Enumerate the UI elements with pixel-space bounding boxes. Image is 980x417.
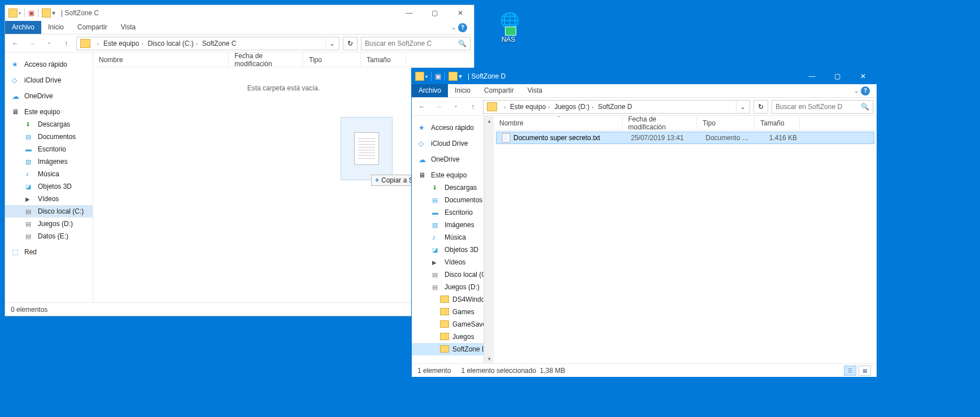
up-button[interactable]: ↑ [59, 37, 73, 50]
scroll-down-icon[interactable]: ▾ [485, 354, 494, 363]
sidebar-onedrive[interactable]: OneDrive [5, 90, 93, 102]
tab-share[interactable]: Compartir [71, 21, 114, 34]
refresh-button[interactable]: ↻ [343, 37, 358, 50]
sidebar-disk-c[interactable]: Disco local (C:) [412, 268, 484, 281]
search-box[interactable]: 🔍 [361, 37, 471, 50]
sidebar-videos[interactable]: Vídeos [412, 256, 484, 268]
address-history-icon[interactable]: ⌄ [736, 101, 748, 113]
open-folder-icon[interactable] [448, 72, 458, 81]
ribbon-expand-icon[interactable]: ⌄ [854, 88, 859, 94]
forward-button[interactable]: → [432, 100, 446, 114]
breadcrumb[interactable]: SoftZone D [595, 103, 634, 111]
sidebar-quick-access[interactable]: Acceso rápido [5, 58, 93, 71]
sidebar-documents[interactable]: Documentos [5, 131, 93, 143]
sidebar-pictures[interactable]: Imágenes [5, 155, 93, 168]
sidebar-network[interactable]: Red [5, 246, 93, 258]
sidebar-disk-c[interactable]: Disco local (C:) [5, 205, 93, 218]
column-size[interactable]: Tamaño [755, 116, 800, 130]
address-bar[interactable]: › Este equipo› Disco local (C:)› SoftZon… [76, 37, 339, 50]
pin-icon[interactable]: ▾ [52, 9, 55, 17]
column-size[interactable]: Tamaño [361, 53, 406, 67]
view-thumbnails-button[interactable]: ▦ [859, 366, 871, 376]
sidebar-disk-e[interactable]: Datos (E:) [5, 230, 93, 242]
sidebar-videos[interactable]: Vídeos [5, 193, 93, 205]
file-row[interactable]: Documento super secreto.txt 25/07/2019 1… [496, 132, 874, 144]
refresh-button[interactable]: ↻ [753, 100, 768, 114]
address-bar[interactable]: › Este equipo› Juegos (D:)› SoftZone D ⌄ [483, 100, 750, 114]
breadcrumb[interactable]: Juegos (D:)› [552, 103, 595, 111]
ribbon-expand-icon[interactable]: ⌄ [451, 24, 456, 31]
close-button[interactable]: ✕ [850, 68, 876, 84]
history-dropdown[interactable]: ▾ [449, 100, 463, 114]
sidebar-desktop[interactable]: Escritorio [412, 206, 484, 219]
sidebar-icloud[interactable]: iCloud Drive [5, 74, 93, 86]
back-button[interactable]: ← [415, 100, 429, 114]
sidebar-scrollbar[interactable]: ▴ ▾ [484, 116, 494, 363]
history-dropdown[interactable]: ▾ [42, 37, 56, 50]
up-button[interactable]: ↑ [466, 100, 480, 114]
breadcrumb[interactable]: Disco local (C:)› [145, 40, 199, 47]
sidebar-music[interactable]: Música [412, 231, 484, 244]
sidebar-icloud[interactable]: iCloud Drive [412, 137, 484, 150]
maximize-button[interactable]: ▢ [422, 5, 447, 21]
sidebar-disk-d[interactable]: Juegos (D:) [412, 281, 484, 293]
help-icon[interactable]: ? [861, 86, 870, 95]
desktop-icon-nas[interactable]: NAS [489, 11, 528, 44]
back-button[interactable]: ← [8, 37, 22, 50]
sidebar-downloads[interactable]: Descargas [5, 118, 93, 131]
sidebar-folder-gsm[interactable]: GameSave Man [412, 318, 484, 331]
forward-button[interactable]: → [25, 37, 39, 50]
qat-dropdown-icon[interactable]: ▾ [425, 74, 428, 79]
sidebar-folder-softzone-d[interactable]: SoftZone D [412, 343, 484, 355]
tab-file[interactable]: Archivo [5, 21, 41, 34]
column-name[interactable]: Nombre [93, 53, 229, 67]
breadcrumb[interactable]: SoftZone C [200, 40, 239, 47]
tab-file[interactable]: Archivo [412, 84, 448, 97]
sidebar-this-pc[interactable]: Este equipo [412, 169, 484, 181]
qat-dropdown-icon[interactable]: ▾ [19, 11, 21, 16]
column-date[interactable]: Fecha de modificación [229, 53, 303, 67]
sidebar-objects3d[interactable]: Objetos 3D [412, 244, 484, 256]
tab-view[interactable]: Vista [521, 84, 549, 97]
titlebar[interactable]: ▾ ▣ ▾ | SoftZone C — ▢ ✕ [5, 5, 474, 21]
scroll-up-icon[interactable]: ▴ [485, 116, 494, 125]
column-type[interactable]: Tipo [697, 116, 755, 130]
breadcrumb-root[interactable]: › [499, 103, 508, 111]
sidebar-folder-ds4[interactable]: DS4Windows [412, 293, 484, 306]
breadcrumb[interactable]: Este equipo› [508, 103, 552, 111]
address-history-icon[interactable]: ⌄ [325, 37, 338, 50]
properties-icon[interactable]: ▣ [435, 72, 441, 80]
properties-icon[interactable]: ▣ [28, 9, 34, 17]
pin-icon[interactable]: ▾ [459, 72, 462, 80]
tab-view[interactable]: Vista [114, 21, 142, 34]
files-area[interactable]: Documento super secreto.txt 25/07/2019 1… [494, 131, 877, 363]
column-date[interactable]: Fecha de modificación [622, 116, 697, 130]
minimize-button[interactable]: — [397, 5, 422, 21]
sidebar-disk-d[interactable]: Juegos (D:) [5, 218, 93, 230]
sidebar-quick-access[interactable]: Acceso rápido [412, 121, 484, 134]
view-details-button[interactable]: ☰ [844, 366, 856, 376]
sidebar-this-pc[interactable]: Este equipo [5, 106, 93, 118]
help-icon[interactable]: ? [458, 23, 467, 32]
sidebar-pictures[interactable]: Imágenes [412, 219, 484, 231]
breadcrumb-root[interactable]: › [93, 40, 101, 47]
tab-home[interactable]: Inicio [41, 21, 71, 34]
search-input[interactable] [365, 40, 458, 47]
titlebar[interactable]: ▾ ▣ ▾ | SoftZone D — ▢ ✕ [412, 68, 877, 84]
tab-share[interactable]: Compartir [477, 84, 521, 97]
sidebar-music[interactable]: Música [5, 168, 93, 180]
breadcrumb[interactable]: Este equipo› [101, 40, 145, 47]
sidebar-folder-games[interactable]: Games [412, 306, 484, 318]
minimize-button[interactable]: — [799, 68, 825, 84]
open-folder-icon[interactable] [42, 8, 51, 18]
search-input[interactable] [776, 103, 861, 111]
sidebar-documents[interactable]: Documentos [412, 194, 484, 206]
sidebar-onedrive[interactable]: OneDrive [412, 153, 484, 166]
sidebar-objects3d[interactable]: Objetos 3D [5, 180, 93, 193]
maximize-button[interactable]: ▢ [825, 68, 850, 84]
sidebar-folder-juegos[interactable]: Juegos [412, 331, 484, 343]
tab-home[interactable]: Inicio [448, 84, 477, 97]
column-type[interactable]: Tipo [303, 53, 361, 67]
sidebar-downloads[interactable]: Descargas [412, 181, 484, 194]
sidebar-desktop[interactable]: Escritorio [5, 143, 93, 155]
